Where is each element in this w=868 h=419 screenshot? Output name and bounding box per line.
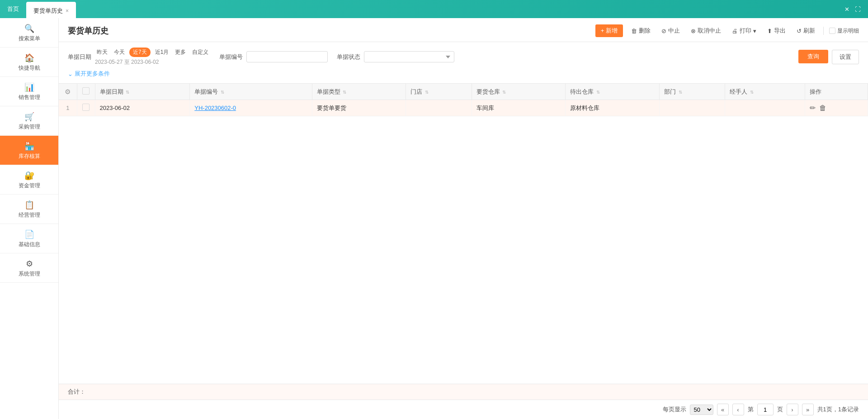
date-shortcut-custom[interactable]: 自定义	[190, 48, 210, 57]
doc-status-label: 单据状态	[337, 53, 360, 61]
doc-no-input[interactable]	[246, 51, 328, 62]
quick-nav-icon: 🏠	[24, 54, 34, 62]
col-pending-warehouse-sort-icon[interactable]: ⇅	[596, 90, 600, 95]
page-header: 要货单历史 + 新增 🗑 删除 ⊘ 中止 ⊗ 取消中止	[59, 18, 868, 42]
page-title-row: 要货单历史 + 新增 🗑 删除 ⊘ 中止 ⊗ 取消中止	[68, 24, 859, 37]
col-date-sort-icon[interactable]: ⇅	[126, 90, 129, 95]
expand-label: 展开更多条件	[75, 70, 110, 78]
col-doc-no-sort-icon[interactable]: ⇅	[221, 90, 224, 95]
suspend-button[interactable]: ⊘ 中止	[659, 25, 683, 37]
tab-close-icon[interactable]: ×	[66, 8, 69, 14]
select-all-checkbox[interactable]	[82, 87, 90, 95]
refresh-button[interactable]: ↺ 刷新	[794, 25, 818, 37]
col-dept-sort-icon[interactable]: ⇅	[679, 90, 682, 95]
row-doc-no: YH-20230602-0	[190, 100, 312, 116]
row-checkbox[interactable]	[82, 104, 90, 111]
suspend-button-label: 中止	[668, 27, 680, 35]
print-arrow-icon: ▾	[753, 28, 756, 34]
query-button[interactable]: 查询	[798, 50, 828, 63]
page-number-input[interactable]	[757, 404, 774, 415]
date-shortcut-yesterday[interactable]: 昨天	[95, 48, 109, 57]
sidebar-item-basic-info[interactable]: 📄 基础信息	[0, 224, 58, 253]
col-doc-type-label: 单据类型	[317, 88, 340, 95]
sidebar-item-quick-nav[interactable]: 🏠 快捷导航	[0, 48, 58, 77]
col-doc-type-sort-icon[interactable]: ⇅	[343, 90, 346, 95]
col-store: 门店 ⇅	[406, 84, 472, 100]
filter-area: 单据日期 昨天 今天 近7天 近1月 更多 自定义 2023-05-27 至 2…	[59, 42, 868, 84]
row-date-value: 2023-06-02	[100, 105, 130, 111]
export-button[interactable]: ⬆ 导出	[764, 25, 788, 37]
page-suffix-label: 页	[777, 405, 783, 414]
sidebar-item-system-mgmt[interactable]: ⚙ 系统管理	[0, 253, 58, 283]
col-actions: 操作	[805, 84, 868, 100]
row-edit-icon[interactable]: ✏	[810, 104, 816, 112]
sidebar-item-purchase-mgmt[interactable]: 🛒 采购管理	[0, 106, 58, 136]
sidebar: 🔍 搜索菜单 🏠 快捷导航 📊 销售管理 🛒 采购管理 🏪 库存核算 🔐 资金管…	[0, 18, 59, 419]
row-date: 2023-06-02	[95, 100, 190, 116]
row-delete-icon[interactable]: 🗑	[819, 104, 826, 112]
doc-status-select[interactable]	[364, 51, 454, 62]
tab-home[interactable]: 首页	[0, 0, 26, 18]
expand-more-conditions[interactable]: ⌄ 展开更多条件	[68, 70, 859, 78]
pagination-first-btn[interactable]: «	[717, 404, 729, 415]
sidebar-item-finance-mgmt[interactable]: 🔐 资金管理	[0, 165, 58, 195]
sidebar-item-basic-info-label: 基础信息	[19, 241, 40, 248]
sidebar-item-finance-mgmt-label: 资金管理	[19, 182, 40, 190]
date-shortcut-7days[interactable]: 近7天	[129, 48, 151, 57]
col-req-warehouse-label: 要货仓库	[476, 88, 500, 95]
col-handler-label: 经手人	[730, 88, 747, 95]
date-filter-label: 单据日期	[68, 53, 91, 61]
new-button[interactable]: + 新增	[595, 24, 623, 37]
row-doc-no-link[interactable]: YH-20230602-0	[194, 105, 236, 111]
operations-mgmt-icon: 📋	[24, 201, 34, 209]
col-req-warehouse: 要货仓库 ⇅	[472, 84, 566, 100]
window-resize-btn[interactable]: ⛶	[855, 6, 861, 13]
row-actions: ✏ 🗑	[805, 100, 868, 116]
col-store-sort-icon[interactable]: ⇅	[425, 90, 429, 95]
display-detail-toggle[interactable]: 显示明细	[829, 27, 859, 35]
table-row: 1 2023-06-02 YH-20230602-0 要货单要货	[59, 100, 868, 116]
col-doc-no: 单据编号 ⇅	[190, 84, 312, 100]
col-dept-label: 部门	[664, 88, 676, 95]
pagination-prev-btn[interactable]: ‹	[732, 404, 744, 415]
date-shortcut-today[interactable]: 今天	[112, 48, 127, 57]
sidebar-item-sales-mgmt[interactable]: 📊 销售管理	[0, 77, 58, 106]
pagination-prev-icon: ‹	[737, 406, 739, 413]
setting-button[interactable]: 设置	[832, 50, 859, 64]
sidebar-item-search-menu[interactable]: 🔍 搜索菜单	[0, 18, 58, 48]
table-container: ⚙ 单据日期 ⇅ 单据编号 ⇅	[59, 84, 868, 384]
sidebar-item-operations-mgmt-label: 经营管理	[19, 211, 40, 219]
purchase-mgmt-icon: 🛒	[24, 113, 34, 121]
row-doc-type: 要货单要货	[312, 100, 406, 116]
sidebar-item-purchase-mgmt-label: 采购管理	[19, 123, 40, 131]
cancel-suspend-button[interactable]: ⊗ 取消中止	[688, 25, 724, 37]
row-store	[406, 100, 472, 116]
doc-no-filter-item: 单据编号	[219, 51, 328, 62]
per-page-select[interactable]: 50 20 100	[690, 405, 713, 415]
col-req-warehouse-sort-icon[interactable]: ⇅	[502, 90, 506, 95]
print-button[interactable]: 🖨 打印 ▾	[729, 25, 759, 37]
sidebar-item-inventory-label: 库存核算	[19, 152, 40, 160]
pagination-next-icon: ›	[791, 406, 793, 413]
column-settings-icon[interactable]: ⚙	[65, 88, 71, 95]
sidebar-item-inventory[interactable]: 🏪 库存核算	[0, 136, 58, 165]
col-settings[interactable]: ⚙	[59, 84, 77, 100]
top-bar-tabs: 首页 要货单历史 ×	[0, 0, 76, 18]
col-doc-type: 单据类型 ⇅	[312, 84, 406, 100]
date-shortcut-1month[interactable]: 近1月	[153, 48, 171, 57]
tab-order-history[interactable]: 要货单历史 ×	[26, 2, 76, 20]
row-number: 1	[66, 105, 69, 111]
delete-icon: 🗑	[631, 28, 637, 34]
col-handler-sort-icon[interactable]: ⇅	[750, 90, 754, 95]
delete-button[interactable]: 🗑 删除	[628, 25, 653, 37]
pagination-next-btn[interactable]: ›	[787, 404, 798, 415]
col-checkbox	[77, 84, 95, 100]
row-handler	[725, 100, 805, 116]
row-no: 1	[59, 100, 77, 116]
basic-info-icon: 📄	[24, 230, 34, 238]
date-shortcut-more[interactable]: 更多	[173, 48, 188, 57]
pagination-last-btn[interactable]: »	[802, 404, 814, 415]
suspend-icon: ⊘	[661, 28, 666, 34]
sidebar-item-operations-mgmt[interactable]: 📋 经营管理	[0, 195, 58, 224]
window-close-btn[interactable]: ✕	[844, 6, 849, 13]
